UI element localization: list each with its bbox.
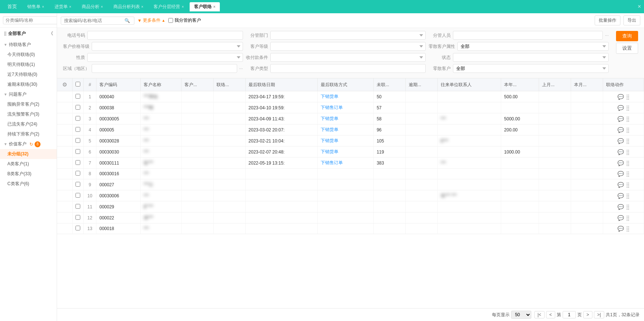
nav-tab-purchase-close[interactable]: × bbox=[69, 5, 71, 9]
select-all-checkbox[interactable] bbox=[75, 82, 80, 87]
grid-action-icon[interactable]: ⣿ bbox=[626, 138, 630, 144]
sidebar-item-ungroup[interactable]: 未分组(32) bbox=[0, 149, 57, 159]
td-last-method[interactable] bbox=[318, 201, 374, 212]
phone-input[interactable] bbox=[87, 31, 243, 40]
td-last-method[interactable]: 下销货单 bbox=[318, 147, 374, 158]
row-checkbox[interactable] bbox=[75, 160, 80, 165]
filter-search-icon[interactable]: 🔍 bbox=[124, 18, 130, 23]
td-last-method[interactable] bbox=[318, 179, 374, 190]
chat-icon[interactable]: 💬 bbox=[617, 215, 624, 221]
chat-icon[interactable]: 💬 bbox=[617, 226, 624, 232]
row-checkbox[interactable] bbox=[75, 204, 80, 209]
person-input[interactable] bbox=[453, 31, 603, 40]
row-checkbox[interactable] bbox=[75, 226, 80, 230]
td-check[interactable] bbox=[73, 179, 84, 190]
prev-page-button[interactable]: < bbox=[546, 311, 555, 318]
td-check[interactable] bbox=[73, 201, 84, 212]
area-more-icon[interactable]: ··· bbox=[239, 66, 243, 71]
grid-action-icon[interactable]: ⣿ bbox=[626, 171, 630, 177]
nav-tab-purchase[interactable]: 进货单 × bbox=[50, 2, 76, 11]
table-settings-button[interactable]: ⚙ bbox=[60, 81, 69, 89]
td-check[interactable] bbox=[73, 135, 84, 147]
status-select[interactable] bbox=[453, 53, 609, 62]
window-close-button[interactable]: × bbox=[638, 3, 641, 10]
nav-tab-analysis-list-close[interactable]: × bbox=[141, 5, 144, 9]
retail-customer-select[interactable]: 全部 bbox=[453, 64, 609, 73]
customer-type-input[interactable] bbox=[270, 64, 426, 73]
row-checkbox[interactable] bbox=[75, 105, 80, 110]
grid-action-icon[interactable]: ⣿ bbox=[626, 226, 630, 232]
td-check[interactable] bbox=[73, 158, 84, 169]
first-page-button[interactable]: |< bbox=[534, 311, 545, 318]
nav-tab-analysis-list[interactable]: 商品分析列表 × bbox=[109, 2, 148, 11]
td-check[interactable] bbox=[73, 169, 84, 179]
row-checkbox[interactable] bbox=[75, 171, 80, 176]
sidebar-search-input[interactable] bbox=[3, 16, 57, 24]
row-checkbox[interactable] bbox=[75, 215, 80, 220]
row-checkbox[interactable] bbox=[75, 193, 80, 198]
grid-action-icon[interactable]: ⣿ bbox=[626, 105, 630, 111]
chat-icon[interactable]: 💬 bbox=[617, 94, 624, 100]
nav-tab-sales-close[interactable]: × bbox=[42, 5, 44, 9]
per-page-select[interactable]: 50 100 200 bbox=[511, 311, 531, 319]
area-input[interactable] bbox=[92, 64, 237, 73]
sidebar-item-class-c[interactable]: C类客户(6) bbox=[0, 179, 57, 189]
retail-attr-select[interactable]: 全部 bbox=[457, 42, 609, 51]
last-method-link[interactable]: 下销货单 bbox=[321, 94, 338, 99]
td-last-method[interactable]: 下销货单 bbox=[318, 135, 374, 147]
grid-action-icon[interactable]: ⣿ bbox=[626, 94, 630, 100]
last-method-link[interactable]: 下销货单 bbox=[321, 149, 338, 154]
grid-action-icon[interactable]: ⣿ bbox=[626, 215, 630, 221]
person-more-icon[interactable]: ··· bbox=[605, 33, 609, 38]
row-checkbox[interactable] bbox=[75, 94, 80, 99]
nav-tab-customer-contact[interactable]: 客户联络 × bbox=[190, 2, 220, 11]
td-check[interactable] bbox=[73, 113, 84, 124]
chat-icon[interactable]: 💬 bbox=[617, 149, 624, 155]
th-check[interactable] bbox=[73, 78, 84, 91]
td-check[interactable] bbox=[73, 147, 84, 158]
export-button[interactable]: 导出 bbox=[623, 15, 640, 25]
chat-icon[interactable]: 💬 bbox=[617, 204, 624, 210]
td-last-method[interactable] bbox=[318, 223, 374, 234]
last-method-link[interactable]: 下销货单 bbox=[321, 138, 338, 143]
last-method-link[interactable]: 下销售订单 bbox=[321, 160, 343, 165]
chat-icon[interactable]: 💬 bbox=[617, 171, 624, 177]
td-last-method[interactable] bbox=[318, 190, 374, 201]
chat-icon[interactable]: 💬 bbox=[617, 182, 624, 188]
nav-tab-customer-contact-close[interactable]: × bbox=[213, 5, 215, 9]
last-page-button[interactable]: >| bbox=[594, 311, 604, 318]
chat-icon[interactable]: 💬 bbox=[617, 160, 624, 166]
grid-action-icon[interactable]: ⣿ bbox=[626, 149, 630, 155]
td-last-method[interactable]: 下销货单 bbox=[318, 91, 374, 102]
sidebar-item-declining[interactable]: 持续下滑客户(2) bbox=[0, 129, 57, 139]
row-checkbox[interactable] bbox=[75, 127, 80, 132]
sidebar-item-today[interactable]: 今天待联络(0) bbox=[0, 50, 57, 60]
td-last-method[interactable]: 下销货单 bbox=[318, 124, 374, 135]
chat-icon[interactable]: 💬 bbox=[617, 193, 624, 199]
row-checkbox[interactable] bbox=[75, 182, 80, 187]
last-method-link[interactable]: 下销货单 bbox=[321, 116, 338, 121]
sidebar-item-churned[interactable]: 已流失客户(24) bbox=[0, 119, 57, 129]
filter-search-input[interactable] bbox=[64, 18, 123, 23]
td-check[interactable] bbox=[73, 124, 84, 135]
query-button[interactable]: 查询 bbox=[616, 31, 638, 41]
td-last-method[interactable]: 下销售订单 bbox=[318, 158, 374, 169]
td-last-method[interactable]: 下销售订单 bbox=[318, 102, 374, 113]
td-check[interactable] bbox=[73, 91, 84, 102]
price-level-select[interactable] bbox=[92, 42, 243, 51]
payment-select[interactable] bbox=[270, 53, 426, 62]
refresh-icon[interactable]: ↻ bbox=[29, 142, 33, 147]
sidebar-pending-contact-group[interactable]: ▼ 待联络客户 bbox=[0, 40, 57, 50]
sidebar-item-7days[interactable]: 近7天待联络(0) bbox=[0, 70, 57, 80]
row-checkbox[interactable] bbox=[75, 138, 80, 143]
sidebar-item-class-b[interactable]: B类客户(33) bbox=[0, 169, 57, 179]
last-method-link[interactable]: 下销货单 bbox=[321, 127, 338, 132]
sidebar-item-abnormal[interactable]: 囤购异常客户(2) bbox=[0, 99, 57, 109]
sidebar-collapse-icon[interactable]: 《 bbox=[49, 31, 53, 37]
grid-action-icon[interactable]: ⣿ bbox=[626, 204, 630, 210]
sidebar-item-class-a[interactable]: A类客户(1) bbox=[0, 159, 57, 169]
nav-tab-customer-tier[interactable]: 客户分层经营 × bbox=[149, 2, 188, 11]
chat-icon[interactable]: 💬 bbox=[617, 105, 624, 111]
chat-icon[interactable]: 💬 bbox=[617, 116, 624, 122]
grid-action-icon[interactable]: ⣿ bbox=[626, 182, 630, 188]
